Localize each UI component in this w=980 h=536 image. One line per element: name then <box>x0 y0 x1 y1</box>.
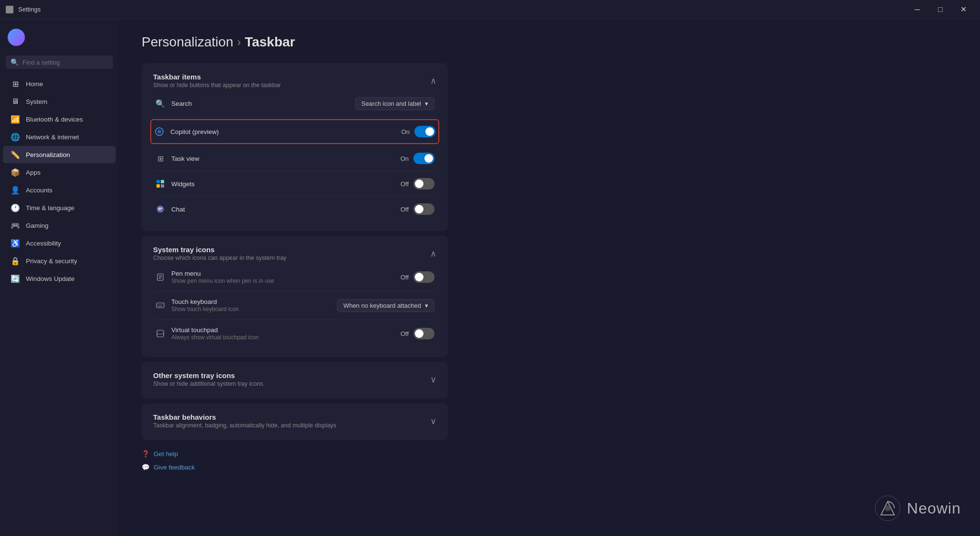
chat-setting-right: Off <box>401 203 434 215</box>
sidebar-item-gaming[interactable]: 🎮 Gaming <box>3 217 116 234</box>
gaming-nav-icon: 🎮 <box>11 221 20 230</box>
neowin-logo-icon <box>874 495 901 522</box>
chat-toggle-label: Off <box>401 206 409 213</box>
chat-setting-left: Chat <box>155 204 185 214</box>
widgets-toggle[interactable] <box>413 178 434 190</box>
touchkbd-setting-text: Touch keyboard Show touch keyboard icon <box>171 298 239 313</box>
search-setting-text: Search <box>171 100 192 107</box>
sidebar-item-home[interactable]: ⊞ Home <box>3 75 116 92</box>
svg-point-1 <box>157 130 161 134</box>
touchkbd-dropdown[interactable]: When no keyboard attached ▾ <box>337 299 434 312</box>
widgets-setting-row: Widgets Off <box>153 171 436 197</box>
taskbar-items-title: Taskbar items <box>153 73 281 81</box>
chat-toggle[interactable] <box>413 203 434 215</box>
system-tray-collapse[interactable]: ∧ <box>430 248 436 259</box>
copilot-toggle[interactable] <box>414 126 435 137</box>
sidebar-item-system[interactable]: 🖥 System <box>3 93 116 110</box>
sidebar-item-apps[interactable]: 📦 Apps <box>3 164 116 181</box>
touchkbd-setting-row: Touch keyboard Show touch keyboard icon … <box>153 291 436 320</box>
sidebar-item-accessibility[interactable]: ♿ Accessibility <box>3 234 116 252</box>
touchkbd-label: Touch keyboard <box>171 298 239 305</box>
sidebar-item-personalization[interactable]: ✏️ Personalization <box>3 146 116 163</box>
search-dropdown[interactable]: Search icon and label ▾ <box>355 97 434 110</box>
taskbar-behaviors-header: Taskbar behaviors Taskbar alignment, bad… <box>153 413 436 429</box>
vtouchpad-setting-left: Virtual touchpad Always show virtual tou… <box>155 326 259 341</box>
profile-section <box>0 25 119 54</box>
penmenu-setting-right: Off <box>401 271 434 283</box>
breadcrumb: Personalization › Taskbar <box>142 34 957 50</box>
touchkbd-dropdown-icon: ▾ <box>425 302 428 309</box>
taskview-setting-row: ⊞ Task view On <box>153 146 436 171</box>
system-tray-title: System tray icons <box>153 246 287 254</box>
update-nav-icon: 🔄 <box>11 274 20 283</box>
taskview-icon: ⊞ <box>155 153 166 164</box>
sidebar-item-time[interactable]: 🕐 Time & language <box>3 199 116 216</box>
search-icon: 🔍 <box>11 58 19 66</box>
search-input[interactable] <box>22 59 108 66</box>
taskbar-items-header: Taskbar items Show or hide buttons that … <box>153 73 436 89</box>
taskview-setting-left: ⊞ Task view <box>155 153 200 164</box>
sidebar-item-update[interactable]: 🔄 Windows Update <box>3 270 116 287</box>
taskview-toggle-label: On <box>401 155 409 162</box>
widgets-setting-text: Widgets <box>171 180 195 188</box>
close-button[interactable]: ✕ <box>952 2 974 17</box>
penmenu-toggle[interactable] <box>413 271 434 283</box>
apps-nav-label: Apps <box>26 169 41 176</box>
accessibility-nav-label: Accessibility <box>26 240 61 247</box>
search-box[interactable]: 🔍 <box>6 56 113 69</box>
window-controls: ─ □ ✕ <box>906 2 974 17</box>
sidebar-item-network[interactable]: 🌐 Network & internet <box>3 128 116 145</box>
search-setting-row: 🔍 Search Search icon and label ▾ <box>153 90 436 117</box>
restore-button[interactable]: □ <box>929 2 951 17</box>
minimize-button[interactable]: ─ <box>906 2 928 17</box>
taskbar-items-collapse[interactable]: ∧ <box>430 76 436 86</box>
other-tray-expand[interactable]: ∨ <box>430 374 436 385</box>
chat-label: Chat <box>171 206 185 213</box>
apps-nav-icon: 📦 <box>11 168 20 177</box>
copilot-setting-text: Copilot (preview) <box>170 128 219 135</box>
other-tray-header-left: Other system tray icons Show or hide add… <box>153 371 263 387</box>
window-title: Settings <box>18 6 41 13</box>
sidebar-item-bluetooth[interactable]: 📶 Bluetooth & devices <box>3 111 116 128</box>
vtouchpad-setting-row: Virtual touchpad Always show virtual tou… <box>153 320 436 347</box>
vtouchpad-setting-text: Virtual touchpad Always show virtual tou… <box>171 326 259 341</box>
app-body: 🔍 ⊞ Home 🖥 System 📶 Bluetooth & devices … <box>0 19 980 536</box>
vtouchpad-setting-right: Off <box>401 328 434 339</box>
taskview-label: Task view <box>171 155 200 162</box>
other-tray-card: Other system tray icons Show or hide add… <box>142 362 448 399</box>
breadcrumb-parent[interactable]: Personalization <box>142 34 233 50</box>
sidebar-item-accounts[interactable]: 👤 Accounts <box>3 181 116 199</box>
give-feedback-label: Give feedback <box>154 464 195 471</box>
svg-rect-3 <box>161 180 164 183</box>
copilot-toggle-label: On <box>401 128 410 135</box>
footer-links: ❓ Get help 💬 Give feedback <box>142 450 957 471</box>
svg-point-19 <box>885 505 891 511</box>
avatar <box>8 29 25 46</box>
copilot-icon <box>154 126 165 137</box>
get-help-link[interactable]: ❓ Get help <box>142 450 957 458</box>
taskbar-behaviors-subtitle: Taskbar alignment, badging, automaticall… <box>153 422 336 429</box>
touchkbd-setting-left: Touch keyboard Show touch keyboard icon <box>155 298 239 313</box>
neowin-brand: Neowin <box>907 500 961 517</box>
title-bar: Settings ─ □ ✕ <box>0 0 980 19</box>
time-nav-label: Time & language <box>26 204 75 212</box>
watermark: Neowin <box>874 495 961 522</box>
chat-setting-row: Chat Off <box>153 197 436 222</box>
give-feedback-link[interactable]: 💬 Give feedback <box>142 463 957 471</box>
penmenu-sublabel: Show pen menu icon when pen is in use <box>171 278 274 284</box>
vtouchpad-toggle-label: Off <box>401 330 409 337</box>
copilot-setting-left: Copilot (preview) <box>154 126 219 137</box>
sidebar-item-privacy[interactable]: 🔒 Privacy & security <box>3 252 116 269</box>
taskbar-behaviors-card: Taskbar behaviors Taskbar alignment, bad… <box>142 403 448 440</box>
give-feedback-icon: 💬 <box>142 463 150 471</box>
vtouchpad-toggle[interactable] <box>413 328 434 339</box>
touchkbd-icon <box>155 300 166 311</box>
taskview-toggle[interactable] <box>413 153 434 164</box>
taskbar-behaviors-expand[interactable]: ∨ <box>430 416 436 426</box>
taskbar-items-subtitle: Show or hide buttons that appear on the … <box>153 82 281 89</box>
network-nav-label: Network & internet <box>26 134 79 141</box>
system-nav-icon: 🖥 <box>11 97 20 106</box>
vtouchpad-label: Virtual touchpad <box>171 326 259 334</box>
search-setting-right: Search icon and label ▾ <box>355 97 434 110</box>
penmenu-toggle-label: Off <box>401 274 409 281</box>
